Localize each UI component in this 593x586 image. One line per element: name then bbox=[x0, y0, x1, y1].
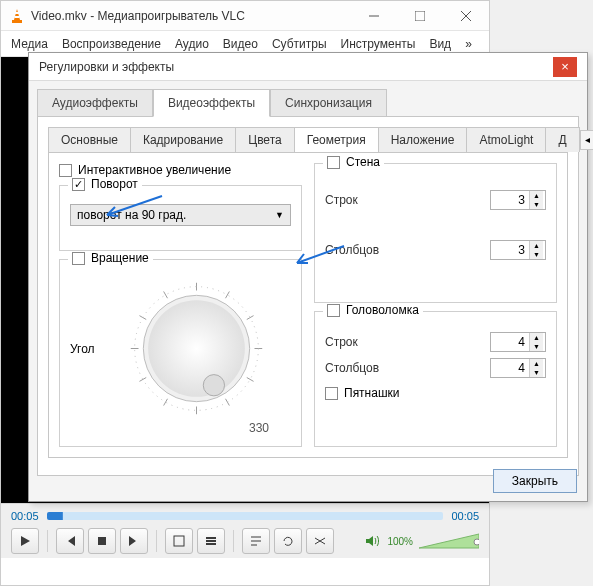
dialog-close-button[interactable]: × bbox=[553, 57, 577, 77]
svg-rect-1 bbox=[15, 12, 19, 14]
puzzle-cols-spinner[interactable]: ▲▼ bbox=[490, 358, 546, 378]
playlist-button[interactable] bbox=[242, 528, 270, 554]
tab-synchronization[interactable]: Синхронизация bbox=[270, 89, 387, 117]
wall-label: Стена bbox=[346, 155, 380, 169]
svg-rect-3 bbox=[415, 11, 425, 21]
puzzle-rows-input[interactable] bbox=[491, 335, 529, 349]
puzzle-rows-spinner[interactable]: ▲▼ bbox=[490, 332, 546, 352]
svg-line-10 bbox=[226, 291, 230, 298]
menu-tools[interactable]: Инструменты bbox=[341, 37, 416, 51]
menu-overflow[interactable]: » bbox=[465, 37, 472, 51]
interactive-zoom-checkbox[interactable]: Интерактивное увеличение bbox=[59, 163, 302, 177]
volume-slider[interactable] bbox=[419, 532, 479, 550]
spin-up-icon[interactable]: ▲ bbox=[530, 359, 543, 368]
puzzle-rows-label: Строк bbox=[325, 335, 482, 349]
menu-subtitles[interactable]: Субтитры bbox=[272, 37, 327, 51]
menu-media[interactable]: Медиа bbox=[11, 37, 48, 51]
rotate-label: Поворот bbox=[91, 177, 138, 191]
seek-bar[interactable] bbox=[47, 512, 444, 520]
rotate-dropdown[interactable]: поворот на 90 град. ▼ bbox=[70, 204, 291, 226]
svg-line-20 bbox=[164, 291, 168, 298]
menu-video[interactable]: Видео bbox=[223, 37, 258, 51]
puzzle-cols-label: Столбцов bbox=[325, 361, 482, 375]
subtab-overlay[interactable]: Наложение bbox=[379, 127, 468, 152]
effects-dialog: Регулировки и эффекты × Аудиоэффекты Вид… bbox=[28, 52, 588, 502]
titlebar: Video.mkv - Медиапроигрыватель VLC bbox=[1, 1, 489, 31]
chevron-down-icon: ▼ bbox=[275, 210, 284, 220]
fullscreen-button[interactable] bbox=[165, 528, 193, 554]
checkbox-icon bbox=[72, 252, 85, 265]
spin-down-icon[interactable]: ▼ bbox=[530, 250, 543, 259]
interactive-zoom-label: Интерактивное увеличение bbox=[78, 163, 231, 177]
time-elapsed[interactable]: 00:05 bbox=[11, 510, 39, 522]
tab-video-effects[interactable]: Видеоэффекты bbox=[153, 89, 270, 117]
spin-down-icon[interactable]: ▼ bbox=[530, 368, 543, 377]
rotate-group: Поворот поворот на 90 град. ▼ bbox=[59, 185, 302, 251]
shuffle-button[interactable] bbox=[306, 528, 334, 554]
svg-line-13 bbox=[247, 378, 254, 382]
dialog-title: Регулировки и эффекты bbox=[39, 60, 553, 74]
subtab-more[interactable]: Д bbox=[546, 127, 579, 152]
geometry-panel: Интерактивное увеличение Поворот поворот… bbox=[48, 152, 568, 458]
svg-line-17 bbox=[140, 378, 147, 382]
separator bbox=[156, 530, 157, 552]
rotation-group: Вращение Угол bbox=[59, 259, 302, 447]
angle-dial[interactable] bbox=[124, 276, 269, 421]
checkbox-icon bbox=[59, 164, 72, 177]
wall-rows-input[interactable] bbox=[491, 193, 529, 207]
svg-rect-0 bbox=[12, 20, 22, 23]
rotate-checkbox[interactable]: Поворот bbox=[68, 177, 142, 191]
video-effects-panel: Основные Кадрирование Цвета Геометрия На… bbox=[37, 116, 579, 476]
wall-cols-input[interactable] bbox=[491, 243, 529, 257]
play-button[interactable] bbox=[11, 528, 39, 554]
menu-audio[interactable]: Аудио bbox=[175, 37, 209, 51]
rotation-label: Вращение bbox=[91, 251, 149, 265]
wall-rows-spinner[interactable]: ▲▼ bbox=[490, 190, 546, 210]
checkbox-icon bbox=[327, 304, 340, 317]
subtab-basic[interactable]: Основные bbox=[48, 127, 131, 152]
svg-rect-2 bbox=[15, 16, 20, 18]
svg-rect-5 bbox=[174, 536, 184, 546]
spin-down-icon[interactable]: ▼ bbox=[530, 342, 543, 351]
wall-cols-spinner[interactable]: ▲▼ bbox=[490, 240, 546, 260]
tab-scroll-left[interactable]: ◂ bbox=[580, 130, 593, 150]
minimize-button[interactable] bbox=[351, 1, 397, 31]
subtab-atmolight[interactable]: AtmoLight bbox=[467, 127, 546, 152]
spin-down-icon[interactable]: ▼ bbox=[530, 200, 543, 209]
stop-button[interactable] bbox=[88, 528, 116, 554]
close-dialog-button[interactable]: Закрыть bbox=[493, 469, 577, 493]
prev-button[interactable] bbox=[56, 528, 84, 554]
volume-percent: 100% bbox=[387, 536, 413, 547]
puzzle-checkbox[interactable]: Головоломка bbox=[323, 303, 423, 317]
svg-rect-4 bbox=[98, 537, 106, 545]
wall-group: Стена Строк ▲▼ Столбцов bbox=[314, 163, 557, 303]
tab-audio-effects[interactable]: Аудиоэффекты bbox=[37, 89, 153, 117]
spin-up-icon[interactable]: ▲ bbox=[530, 191, 543, 200]
next-button[interactable] bbox=[120, 528, 148, 554]
video-subtabs: Основные Кадрирование Цвета Геометрия На… bbox=[48, 127, 568, 152]
fifteen-checkbox[interactable]: Пятнашки bbox=[325, 386, 546, 400]
wall-cols-label: Столбцов bbox=[325, 243, 482, 257]
fifteen-label: Пятнашки bbox=[344, 386, 400, 400]
time-total[interactable]: 00:05 bbox=[451, 510, 479, 522]
speaker-icon[interactable] bbox=[365, 534, 381, 548]
rotation-checkbox[interactable]: Вращение bbox=[68, 251, 153, 265]
puzzle-cols-input[interactable] bbox=[491, 361, 529, 375]
loop-button[interactable] bbox=[274, 528, 302, 554]
maximize-button[interactable] bbox=[397, 1, 443, 31]
menu-playback[interactable]: Воспроизведение bbox=[62, 37, 161, 51]
close-button[interactable] bbox=[443, 1, 489, 31]
puzzle-group: Головоломка Строк ▲▼ Столбцов bbox=[314, 311, 557, 447]
spin-up-icon[interactable]: ▲ bbox=[530, 333, 543, 342]
menu-view[interactable]: Вид bbox=[429, 37, 451, 51]
separator bbox=[233, 530, 234, 552]
svg-point-6 bbox=[474, 539, 479, 545]
wall-checkbox[interactable]: Стена bbox=[323, 155, 384, 169]
subtab-colors[interactable]: Цвета bbox=[236, 127, 294, 152]
puzzle-label: Головоломка bbox=[346, 303, 419, 317]
subtab-crop[interactable]: Кадрирование bbox=[131, 127, 236, 152]
spin-up-icon[interactable]: ▲ bbox=[530, 241, 543, 250]
ext-settings-button[interactable] bbox=[197, 528, 225, 554]
subtab-geometry[interactable]: Геометрия bbox=[295, 127, 379, 152]
checkbox-icon bbox=[327, 156, 340, 169]
